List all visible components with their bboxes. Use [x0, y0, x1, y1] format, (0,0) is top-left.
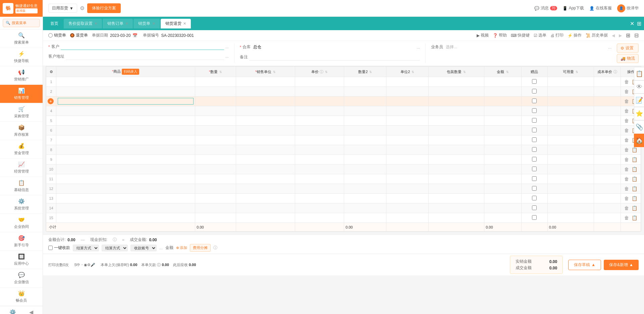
sales-unit-cell-12[interactable] [236, 184, 295, 194]
copy-btn-10[interactable]: 📋 [631, 166, 638, 173]
settings-side-btn[interactable]: ⚙ 设置 [617, 44, 639, 53]
cost-cell-13[interactable] [594, 194, 621, 203]
unit2-sort-icon[interactable]: ⇅ [412, 70, 414, 74]
cost-cell-9[interactable] [594, 155, 621, 165]
available-cell-1[interactable] [547, 77, 594, 87]
radio-sale[interactable]: 销货单 [48, 33, 66, 38]
unit-price-cell-7[interactable] [295, 135, 344, 145]
unit-price-cell-1[interactable] [295, 77, 344, 87]
copy-btn-15[interactable]: 📋 [631, 214, 638, 221]
product-cell-4[interactable] [56, 106, 195, 116]
copy-btn-12[interactable]: 📋 [631, 185, 638, 192]
unit-price-cell-8[interactable] [295, 145, 344, 155]
unit2-cell-5[interactable] [386, 116, 429, 126]
sidebar-item-wechat[interactable]: 💬 企业微信 [0, 269, 43, 288]
gift-cell-10[interactable] [521, 165, 547, 174]
product-cell-9[interactable] [56, 155, 195, 165]
delete-btn-5[interactable]: 🗑 [624, 117, 630, 124]
pack-qty-cell-3[interactable] [429, 97, 484, 106]
unit2-cell-15[interactable] [386, 213, 429, 223]
print-btn[interactable]: 🖨 打印 [550, 33, 564, 38]
sidebar-search[interactable]: 🔍 搜索菜单 [0, 17, 43, 29]
gift-cell-11[interactable] [521, 174, 547, 184]
gift-cell-14[interactable] [521, 203, 547, 213]
amount-cell-5[interactable] [484, 116, 522, 126]
qty-cell-8[interactable] [195, 145, 236, 155]
unit2-cell-3[interactable] [386, 97, 429, 106]
address-dots[interactable]: ... [225, 54, 229, 59]
settlement-select[interactable]: 结算方式 [73, 245, 99, 251]
unit-price-sort-icon[interactable]: ⇅ [325, 70, 328, 74]
amount-cell-9[interactable] [484, 155, 522, 165]
delete-btn-4[interactable]: 🗑 [624, 108, 630, 114]
cost-cell-15[interactable] [594, 213, 621, 223]
available-cell-12[interactable] [547, 184, 594, 194]
sales-unit-cell-8[interactable] [236, 145, 295, 155]
onepay-checkbox[interactable]: 一键收款 [48, 245, 70, 251]
amount-cell-2[interactable] [484, 87, 522, 97]
history-btn[interactable]: 📜 历史单据 [586, 33, 608, 38]
pack-qty-cell-11[interactable] [429, 174, 484, 184]
qty-cell-9[interactable] [195, 155, 236, 165]
gift-cell-15[interactable] [521, 213, 547, 223]
gift-cell-6[interactable] [521, 126, 547, 135]
delete-btn-7[interactable]: 🗑 [624, 137, 630, 143]
sales-unit-cell-5[interactable] [236, 116, 295, 126]
gift-cell-1[interactable] [521, 77, 547, 87]
tab-sales-delivery-close[interactable]: × [152, 21, 155, 26]
qty-cell-13[interactable] [195, 194, 236, 203]
product-cell-10[interactable] [56, 165, 195, 174]
sidebar-item-apps[interactable]: 🔲 应用中心 [0, 251, 43, 269]
qty2-cell-12[interactable] [344, 184, 386, 194]
unit-price-cell-15[interactable] [295, 213, 344, 223]
save-new-button[interactable]: 保存&新增 ▲ [604, 260, 639, 270]
sales-unit-cell-4[interactable] [236, 106, 295, 116]
cost-cell-3[interactable] [594, 97, 621, 106]
delete-btn-6[interactable]: 🗑 [624, 127, 630, 134]
cost-cell-8[interactable] [594, 145, 621, 155]
qty2-cell-2[interactable] [344, 87, 386, 97]
onepay-checkbox-input[interactable] [48, 246, 53, 250]
sidebar-item-purchase[interactable]: 🛒 采购管理 [0, 103, 43, 122]
sales-unit-cell-13[interactable] [236, 194, 295, 203]
cost-cell-14[interactable] [594, 203, 621, 213]
amount-cell-13[interactable] [484, 194, 522, 203]
gift-checkbox-8[interactable] [532, 147, 537, 152]
tab-price-settings-close[interactable]: × [95, 21, 97, 26]
right-tool-3[interactable]: 📝 [634, 93, 644, 107]
notification-item[interactable]: 💬 消息 70 [534, 5, 557, 11]
qty2-cell-8[interactable] [344, 145, 386, 155]
qty2-cell-4[interactable] [344, 106, 386, 116]
available-cell-5[interactable] [547, 116, 594, 126]
product-cell-11[interactable] [56, 174, 195, 184]
product-cell-5[interactable] [56, 116, 195, 126]
gift-checkbox-11[interactable] [532, 176, 537, 181]
amount-cell-15[interactable] [484, 213, 522, 223]
amount-cell-3[interactable] [484, 97, 522, 106]
qty-cell-14[interactable] [195, 203, 236, 213]
gift-checkbox-7[interactable] [532, 137, 537, 142]
industry-dropdown[interactable]: 日用百货 ▼ [48, 4, 77, 13]
pack-qty-cell-5[interactable] [429, 116, 484, 126]
qty-cell-12[interactable] [195, 184, 236, 194]
unit2-cell-8[interactable] [386, 145, 429, 155]
qty-cell-3[interactable] [195, 97, 236, 106]
unit2-cell-10[interactable] [386, 165, 429, 174]
gift-cell-13[interactable] [521, 194, 547, 203]
available-cell-6[interactable] [547, 126, 594, 135]
available-cell-15[interactable] [547, 213, 594, 223]
pack-qty-cell-6[interactable] [429, 126, 484, 135]
cost-cell-11[interactable] [594, 174, 621, 184]
tab-home[interactable]: 首页 [46, 19, 63, 28]
sales-unit-cell-7[interactable] [236, 135, 295, 145]
unit2-cell-13[interactable] [386, 194, 429, 203]
qty2-cell-11[interactable] [344, 174, 386, 184]
unit2-cell-6[interactable] [386, 126, 429, 135]
gift-checkbox-2[interactable] [532, 89, 537, 93]
gear-icon[interactable]: ⚙ [80, 5, 85, 11]
product-cell-13[interactable] [56, 194, 195, 203]
cost-cell-4[interactable] [594, 106, 621, 116]
available-cell-14[interactable] [547, 203, 594, 213]
cost-cell-1[interactable] [594, 77, 621, 87]
add-row-btn-3[interactable]: + [48, 98, 54, 104]
